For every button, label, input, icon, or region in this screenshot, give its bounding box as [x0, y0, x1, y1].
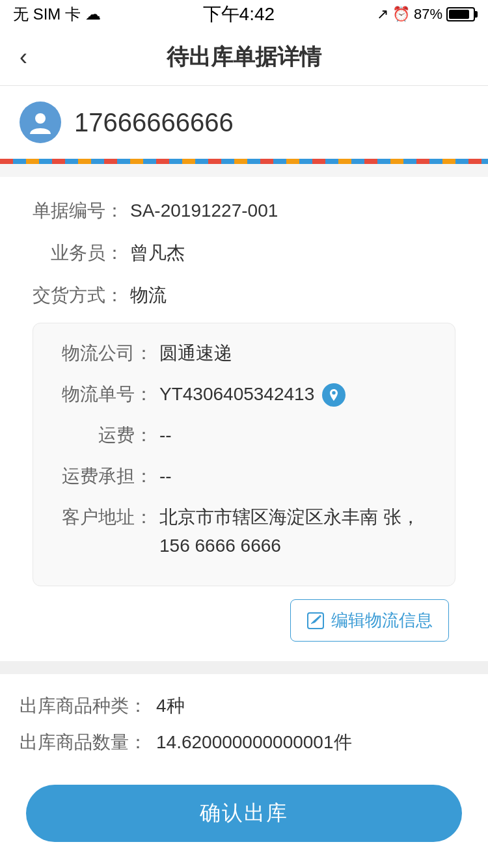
product-quantity-value: 14.620000000000001件: [156, 730, 352, 755]
avatar: [20, 102, 61, 143]
sim-status: 无 SIM 卡 ☁: [13, 4, 101, 25]
edit-logistics-button[interactable]: 编辑物流信息: [290, 599, 449, 642]
location-status-icon: ↗: [377, 6, 388, 23]
freight-bearer-value: --: [159, 462, 439, 491]
sales-person-label: 业务员：: [20, 239, 124, 268]
edit-logistics-label: 编辑物流信息: [331, 609, 433, 632]
order-number-row: 单据编号： SA-20191227-001: [20, 197, 468, 226]
alarm-icon: ⏰: [392, 6, 410, 23]
address-label: 客户地址：: [49, 503, 153, 532]
freight-value: --: [159, 421, 439, 450]
product-quantity-label: 出库商品数量：: [20, 730, 150, 755]
customer-phone: 17666666666: [74, 108, 234, 137]
freight-row: 运费： --: [49, 421, 439, 450]
status-right: ↗ ⏰ 87%: [377, 6, 475, 23]
delivery-method-value: 物流: [130, 281, 468, 310]
product-type-row: 出库商品种类： 4种: [20, 694, 468, 718]
delivery-method-label: 交货方式：: [20, 281, 124, 310]
logistics-company-value: 圆通速递: [159, 339, 439, 368]
confirm-button[interactable]: 确认出库: [26, 785, 462, 842]
edit-icon: [306, 612, 325, 630]
product-quantity-row: 出库商品数量： 14.620000000000001件: [20, 730, 468, 755]
bottom-area: 确认出库: [0, 772, 488, 868]
product-type-value: 4种: [156, 694, 185, 718]
section-separator-1: [0, 661, 488, 674]
logistics-company-row: 物流公司： 圆通速递: [49, 339, 439, 368]
sales-person-value: 曾凡杰: [130, 239, 468, 268]
battery-icon: [446, 7, 475, 21]
back-button[interactable]: ‹: [20, 44, 27, 71]
tracking-number-value: YT4306405342413: [159, 380, 439, 409]
svg-point-0: [35, 113, 46, 124]
dashed-divider: [0, 159, 488, 164]
tracking-location-icon[interactable]: [322, 383, 346, 407]
freight-bearer-row: 运费承担： --: [49, 462, 439, 491]
product-type-label: 出库商品种类：: [20, 694, 150, 718]
status-left: 无 SIM 卡 ☁: [13, 4, 101, 25]
nav-bar: ‹ 待出库单据详情: [0, 29, 488, 86]
address-value: 北京市市辖区海淀区永丰南 张，156 6666 6666: [159, 503, 439, 562]
sales-person-row: 业务员： 曾凡杰: [20, 239, 468, 268]
tracking-number-label: 物流单号：: [49, 380, 153, 409]
customer-section: 17666666666: [0, 86, 488, 159]
logistics-company-label: 物流公司：: [49, 339, 153, 368]
order-number-label: 单据编号：: [20, 197, 124, 226]
order-number-value: SA-20191227-001: [130, 197, 468, 226]
tracking-number-row: 物流单号： YT4306405342413: [49, 380, 439, 409]
edit-logistics-area: 编辑物流信息: [20, 586, 468, 648]
delivery-method-row: 交货方式： 物流: [20, 281, 468, 310]
freight-bearer-label: 运费承担：: [49, 462, 153, 491]
page-title: 待出库单据详情: [167, 42, 321, 72]
status-time: 下午4:42: [203, 2, 275, 27]
battery-percentage: 87%: [414, 6, 442, 23]
logistics-card: 物流公司： 圆通速递 物流单号： YT4306405342413 运费： -- …: [33, 323, 455, 586]
user-avatar-icon: [27, 109, 53, 135]
address-row: 客户地址： 北京市市辖区海淀区永丰南 张，156 6666 6666: [49, 503, 439, 562]
freight-label: 运费：: [49, 421, 153, 450]
status-bar: 无 SIM 卡 ☁ 下午4:42 ↗ ⏰ 87%: [0, 0, 488, 29]
order-info-section: 单据编号： SA-20191227-001 业务员： 曾凡杰 交货方式： 物流 …: [0, 177, 488, 661]
